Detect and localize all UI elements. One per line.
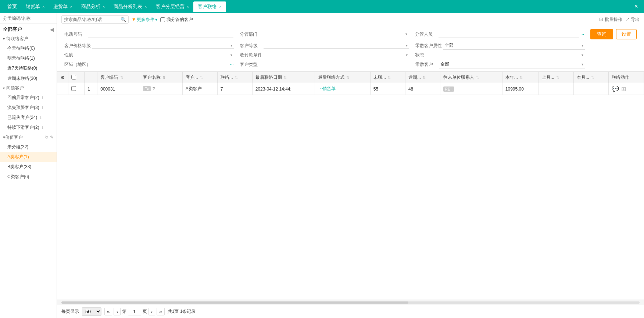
retail-attr-select[interactable]: 全部 ▾: [443, 42, 585, 50]
first-page-btn[interactable]: «: [104, 308, 112, 315]
sidebar-problem-section[interactable]: ▾ 问题客户: [0, 84, 57, 93]
info-icon-declining: ℹ: [42, 126, 43, 130]
th-company-contact[interactable]: 往来单位联系人 ⇅: [440, 72, 502, 83]
th-code[interactable]: 客户编码 ⇅: [97, 72, 140, 83]
status-select[interactable]: ▾: [439, 52, 585, 58]
tab-purchase[interactable]: 进货单 ×: [49, 1, 76, 12]
sidebar-item-churned[interactable]: 已流失客户(24) ℹ: [0, 113, 57, 123]
sidebar-item-7days[interactable]: 近7天待联络(0): [0, 63, 57, 73]
region-more-icon[interactable]: ···: [230, 62, 234, 67]
customer-type-label: 客户类型: [240, 61, 262, 68]
customer-type-input[interactable]: [264, 61, 409, 68]
tab-customer-contact-close[interactable]: ×: [219, 4, 221, 9]
sidebar-pending-contact-section[interactable]: ▾ 待联络客户: [0, 34, 57, 43]
sidebar-item-repurchase-abnormal[interactable]: 回购异常客户(2) ℹ: [0, 93, 57, 103]
th-gear[interactable]: ⚙: [57, 72, 68, 83]
th-name[interactable]: 客户名称 ⇅: [140, 72, 182, 83]
message-icon[interactable]: 💬: [612, 85, 619, 92]
cell-action: 💬 ⊞: [608, 83, 644, 95]
tab-sales-close[interactable]: ×: [42, 4, 44, 9]
filter-row-4: 区域（地区） ··· 客户类型 零散客户 全部 ▾: [61, 60, 640, 68]
th-last-month[interactable]: 上月... ⇅: [539, 72, 573, 83]
sidebar-item-today[interactable]: 今天待联络(0): [0, 43, 57, 53]
problem-arrow-icon: ▾: [3, 86, 5, 90]
horizontal-scrollbar[interactable]: [57, 300, 644, 305]
tab-product-analysis[interactable]: 商品分析 ×: [77, 1, 109, 12]
sidebar-item-class-b[interactable]: B类客户(33): [0, 162, 57, 172]
settings-button[interactable]: 设置: [616, 29, 637, 39]
sidebar-item-tomorrow[interactable]: 明天待联络(1): [0, 53, 57, 63]
dept-arrow-icon: ▾: [405, 32, 407, 36]
tab-customer-layer-close[interactable]: ×: [187, 4, 189, 9]
manager-input[interactable]: [439, 31, 579, 38]
more-filter-btn[interactable]: ▼ 更多条件 ▾: [132, 17, 157, 23]
row-checkbox[interactable]: [71, 86, 76, 91]
last-page-btn[interactable]: »: [157, 308, 164, 315]
sidebar-value-section[interactable]: ▾ 价值客户 ↻ ✎: [0, 133, 57, 142]
nature-select[interactable]: ▾: [88, 52, 234, 58]
phone-input[interactable]: [88, 31, 233, 38]
data-table: ⚙ 客户编码 ⇅ 客户名称 ⇅ 客户... ⇅: [57, 72, 644, 95]
filter-manager: 分管人员 ···: [412, 31, 587, 38]
company-contact-avatar: RE .: [443, 86, 454, 92]
price-level-select[interactable]: ▾: [92, 43, 234, 49]
info-icon-churn: ℹ: [42, 106, 43, 110]
th-overdue[interactable]: 逾期... ⇅: [405, 72, 440, 83]
toolbar-search-icon[interactable]: 🔍: [121, 17, 126, 22]
qr-icon[interactable]: ⊞: [621, 85, 626, 92]
payment-select[interactable]: ▾: [264, 52, 409, 58]
cell-last-method[interactable]: 下销货单: [315, 83, 370, 95]
tab-sales[interactable]: 销货单 ×: [21, 1, 49, 12]
th-this-year[interactable]: 本年... ⇅: [502, 72, 539, 83]
region-input[interactable]: [92, 61, 229, 68]
sidebar-item-declining[interactable]: 持续下滑客户(2) ℹ: [0, 123, 57, 132]
sidebar-search-input[interactable]: [3, 16, 57, 21]
dept-select[interactable]: ▾: [263, 31, 409, 37]
th-level[interactable]: 客户... ⇅: [182, 72, 217, 83]
pending-contact-label: 待联络客户: [6, 36, 28, 42]
query-button[interactable]: 查询: [590, 29, 613, 39]
tab-product-list-close[interactable]: ×: [144, 4, 147, 9]
th-this-month[interactable]: 本月... ⇅: [573, 72, 608, 83]
select-all-checkbox[interactable]: [71, 75, 76, 80]
prev-page-btn[interactable]: ‹: [114, 308, 120, 315]
th-uncontacted[interactable]: 未联... ⇅: [370, 72, 405, 83]
scrollbar-thumb[interactable]: [61, 301, 408, 304]
status-label: 状态: [415, 52, 437, 58]
customer-level-select[interactable]: ▾: [264, 43, 409, 49]
action-area: 查询 设置: [587, 29, 640, 39]
sidebar-item-overdue[interactable]: 逾期未联络(30): [0, 74, 57, 84]
next-page-btn[interactable]: ›: [149, 308, 155, 315]
export-btn[interactable]: ↗ 导出: [625, 17, 640, 23]
tab-purchase-close[interactable]: ×: [70, 4, 72, 9]
nature-label: 性质: [64, 52, 86, 58]
my-customer-checkbox[interactable]: [160, 17, 165, 22]
refresh-icon[interactable]: ↻: [45, 135, 49, 140]
sidebar-item-class-a[interactable]: A类客户(1): [0, 152, 57, 162]
filter-customer-type: 客户类型: [237, 61, 413, 68]
toolbar-search-input[interactable]: [64, 17, 119, 22]
tab-customer-contact[interactable]: 客户联络 ×: [193, 1, 226, 12]
th-last-date[interactable]: 最后联络日期 ⇅: [252, 72, 315, 83]
tab-home[interactable]: 首页: [3, 1, 21, 12]
tab-product-analysis-close[interactable]: ×: [103, 4, 105, 9]
per-page-select[interactable]: 50 100 200: [82, 307, 101, 316]
last-method-link[interactable]: 下销货单: [318, 86, 336, 91]
sidebar-item-class-c[interactable]: C类客户(6): [0, 172, 57, 182]
manager-more-icon[interactable]: ···: [580, 32, 584, 37]
th-contact[interactable]: 联络... ⇅: [217, 72, 252, 83]
sidebar-item-ungrouped[interactable]: 未分组(32): [0, 142, 57, 152]
sidebar-collapse-icon[interactable]: ◀: [50, 27, 54, 32]
retail-select[interactable]: 全部 ▾: [439, 60, 585, 68]
page-input[interactable]: [128, 308, 141, 315]
tab-customer-layer[interactable]: 客户分层经营 ×: [151, 1, 193, 12]
tab-bar-close-all[interactable]: ×: [631, 3, 641, 10]
batch-op-btn[interactable]: ☑ 批量操作: [599, 17, 622, 23]
tab-product-list[interactable]: 商品分析列表 ×: [109, 1, 151, 12]
sort-icon-overdue: ⇅: [423, 75, 426, 80]
th-last-method[interactable]: 最后联络方式 ⇅: [315, 72, 370, 83]
payment-arrow-icon: ▾: [406, 53, 408, 57]
edit-icon[interactable]: ✎: [50, 135, 54, 140]
sidebar-item-churn-warning[interactable]: 流失预警客户(3) ℹ: [0, 103, 57, 113]
page-controls: « ‹ 第 页 › »: [104, 308, 165, 315]
